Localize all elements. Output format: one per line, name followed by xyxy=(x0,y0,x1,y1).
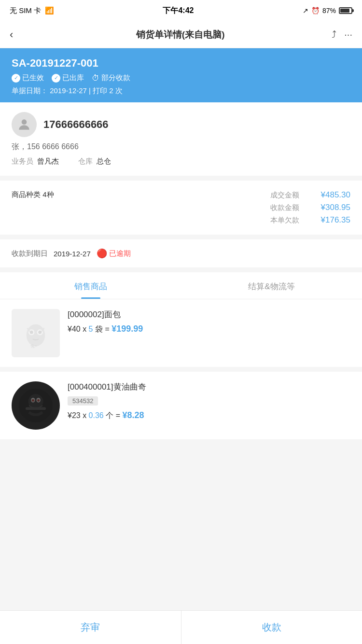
product-thumb-2 xyxy=(12,381,60,430)
salesperson-item: 业务员 曾凡杰 xyxy=(12,157,59,166)
customer-meta-row: 业务员 曾凡杰 仓库 总仓 xyxy=(12,157,350,166)
product-qty-2: 0.36 xyxy=(89,411,104,420)
order-status-row: ✓ 已生效 ✓ 已出库 ⏱ 部分收款 xyxy=(12,73,350,83)
customer-detail: 张，156 6666 6666 xyxy=(12,142,350,152)
status-activated: ✓ 已生效 xyxy=(12,73,44,83)
deal-value: ¥485.30 xyxy=(307,190,350,200)
status-time: 下午4:42 xyxy=(163,6,194,16)
nav-bar: ‹ 销货单详情(来自电脑) ⤴ ··· xyxy=(0,21,362,48)
deal-label: 成交金额 xyxy=(270,191,299,200)
status-bar: 无 SIM 卡 📶 下午4:42 ↗ ⏰ 87% xyxy=(0,0,362,21)
receive-label: 收款金额 xyxy=(270,203,299,212)
share-icon[interactable]: ⤴ xyxy=(332,29,336,40)
product-item-2: [000400001]黄油曲奇 534532 ¥23 x 0.36 个 = ¥8… xyxy=(0,372,362,439)
due-label: 收款到期日 xyxy=(12,249,48,258)
svg-point-11 xyxy=(32,399,34,402)
status-right: ↗ ⏰ 87% xyxy=(303,7,352,14)
check-icon-1: ✓ xyxy=(12,74,20,83)
product-price-1: ¥40 x 5 袋 = ¥199.99 xyxy=(68,324,350,335)
svg-point-0 xyxy=(22,119,27,125)
receive-value: ¥308.95 xyxy=(307,203,350,212)
nav-actions: ⤴ ··· xyxy=(332,29,352,40)
product-total-1: ¥199.99 xyxy=(111,324,143,334)
overdue-badge: 🔴 已逾期 xyxy=(97,248,131,259)
tabs-container: 销售商品 结算&物流等 xyxy=(0,272,362,299)
more-icon[interactable]: ··· xyxy=(344,29,352,40)
product-qty-1: 5 xyxy=(89,325,93,333)
customer-name: 17666666666 xyxy=(43,118,109,131)
warehouse-label: 仓库 xyxy=(78,157,93,166)
bottom-bar: 弃审 收款 xyxy=(0,610,362,644)
battery-percent: 87% xyxy=(322,7,336,14)
product-item: 兔+ [0000002]面包 ¥40 x 5 袋 = ¥199.99 xyxy=(0,299,362,367)
product-sku-2: 534532 xyxy=(68,396,98,406)
products-list: 兔+ [0000002]面包 ¥40 x 5 袋 = ¥199.99 xyxy=(0,299,362,439)
debt-value: ¥176.35 xyxy=(307,215,350,225)
clock-icon: ⏱ xyxy=(92,74,99,83)
product-price-2: ¥23 x 0.36 个 = ¥8.28 xyxy=(68,410,350,421)
customer-row: 17666666666 xyxy=(12,112,350,137)
avatar xyxy=(12,112,37,137)
receive-amount-row: 收款金额 ¥308.95 xyxy=(270,203,350,212)
due-section: 收款到期日 2019-12-27 🔴 已逾期 xyxy=(0,239,362,267)
product-kinds: 商品种类 4种 xyxy=(12,190,54,199)
reject-button[interactable]: 弃审 xyxy=(0,611,181,644)
svg-text:兔+: 兔+ xyxy=(30,344,37,349)
battery-bar xyxy=(339,7,352,14)
product-thumb-1: 兔+ xyxy=(12,309,60,357)
tab-settlement[interactable]: 结算&物流等 xyxy=(181,272,362,299)
svg-point-1 xyxy=(27,324,45,347)
page-title: 销货单详情(来自电脑) xyxy=(136,28,225,41)
warehouse-item: 仓库 总仓 xyxy=(78,157,111,166)
summary-left: 商品种类 4种 xyxy=(12,190,54,199)
product-info-2: [000400001]黄油曲奇 534532 ¥23 x 0.36 个 = ¥8… xyxy=(68,381,350,421)
order-meta: 单据日期： 2019-12-27 | 打印 2 次 xyxy=(12,86,350,96)
svg-point-5 xyxy=(38,331,42,334)
location-icon: ↗ xyxy=(303,7,308,14)
tab-products[interactable]: 销售商品 xyxy=(0,272,181,299)
back-button[interactable]: ‹ xyxy=(10,28,29,41)
battery-fill xyxy=(340,9,349,13)
overdue-icon: 🔴 xyxy=(97,248,107,259)
customer-section: 17666666666 张，156 6666 6666 业务员 曾凡杰 仓库 总… xyxy=(0,102,362,176)
svg-point-12 xyxy=(37,399,40,402)
status-left: 无 SIM 卡 📶 xyxy=(10,6,54,15)
product-name-1: [0000002]面包 xyxy=(68,309,350,320)
product-total-2: ¥8.28 xyxy=(122,410,144,420)
wifi-icon: 📶 xyxy=(45,6,54,15)
svg-rect-13 xyxy=(26,407,46,410)
summary-right: 成交金额 ¥485.30 收款金额 ¥308.95 本单欠款 ¥176.35 xyxy=(270,190,350,225)
check-icon-2: ✓ xyxy=(52,74,60,83)
order-id: SA-20191227-001 xyxy=(12,57,350,70)
salesperson-label: 业务员 xyxy=(12,157,33,166)
svg-point-4 xyxy=(30,331,33,334)
product-info-1: [0000002]面包 ¥40 x 5 袋 = ¥199.99 xyxy=(68,309,350,335)
status-shipped: ✓ 已出库 xyxy=(52,73,84,83)
warehouse-value: 总仓 xyxy=(97,157,111,166)
collect-button[interactable]: 收款 xyxy=(181,611,362,644)
debt-amount-row: 本单欠款 ¥176.35 xyxy=(270,215,350,225)
deal-amount-row: 成交金额 ¥485.30 xyxy=(270,190,350,200)
alarm-icon: ⏰ xyxy=(311,7,320,14)
salesperson-value: 曾凡杰 xyxy=(37,157,59,166)
order-header: SA-20191227-001 ✓ 已生效 ✓ 已出库 ⏱ 部分收款 单据日期：… xyxy=(0,48,362,102)
debt-label: 本单欠款 xyxy=(270,216,299,225)
status-partial: ⏱ 部分收款 xyxy=(92,73,130,83)
summary-section: 商品种类 4种 成交金额 ¥485.30 收款金额 ¥308.95 本单欠款 ¥… xyxy=(0,181,362,235)
product-name-2: [000400001]黄油曲奇 xyxy=(68,381,350,392)
carrier-text: 无 SIM 卡 xyxy=(10,6,41,15)
overdue-text: 已逾期 xyxy=(109,249,131,258)
due-date: 2019-12-27 xyxy=(54,250,91,258)
